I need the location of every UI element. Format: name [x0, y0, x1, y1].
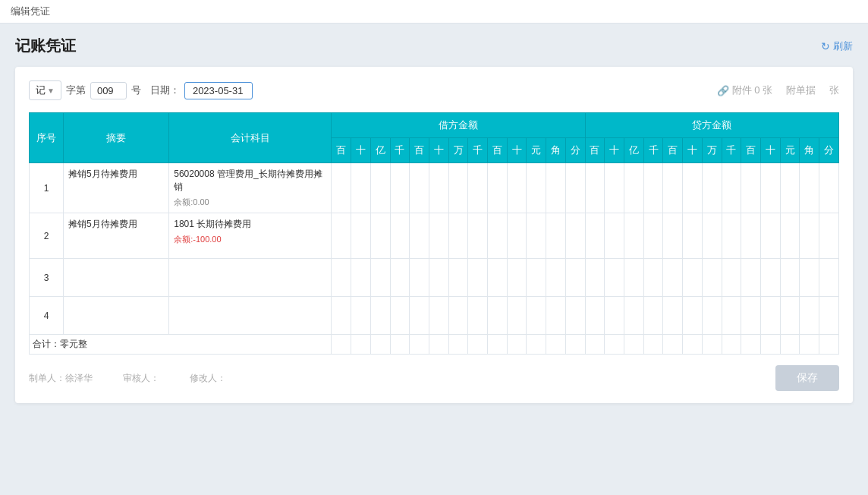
debit-cell[interactable]	[410, 259, 429, 297]
credit-cell[interactable]	[741, 163, 761, 213]
debit-cell[interactable]	[332, 163, 351, 213]
credit-cell[interactable]	[643, 163, 663, 213]
debit-cell[interactable]	[527, 213, 546, 259]
credit-cell[interactable]	[741, 297, 761, 335]
voucher-number-field[interactable]: 009	[90, 82, 127, 99]
debit-cell[interactable]	[429, 297, 448, 335]
credit-cell[interactable]	[760, 163, 780, 213]
credit-cell[interactable]	[683, 297, 703, 335]
refresh-button[interactable]: ↻ 刷新	[821, 39, 853, 53]
debit-cell[interactable]	[468, 297, 488, 335]
debit-cell[interactable]	[565, 259, 585, 297]
debit-cell[interactable]	[390, 213, 410, 259]
debit-cell[interactable]	[448, 297, 468, 335]
credit-cell[interactable]	[760, 297, 780, 335]
debit-cell[interactable]	[351, 213, 371, 259]
debit-cell[interactable]	[468, 259, 488, 297]
debit-cell[interactable]	[546, 259, 566, 297]
credit-cell[interactable]	[605, 213, 624, 259]
credit-cell[interactable]	[760, 213, 780, 259]
credit-cell[interactable]	[585, 297, 605, 335]
credit-cell[interactable]	[643, 297, 663, 335]
debit-cell[interactable]	[410, 163, 429, 213]
credit-cell[interactable]	[702, 259, 722, 297]
debit-cell[interactable]	[429, 213, 448, 259]
credit-cell[interactable]	[819, 297, 839, 335]
debit-cell[interactable]	[565, 297, 585, 335]
voucher-type-select[interactable]: 记 ▼	[29, 80, 61, 100]
date-field[interactable]: 2023-05-31	[184, 82, 253, 99]
credit-cell[interactable]	[800, 259, 819, 297]
debit-cell[interactable]	[565, 213, 585, 259]
credit-cell[interactable]	[780, 259, 800, 297]
debit-cell[interactable]	[370, 259, 390, 297]
credit-cell[interactable]	[624, 297, 644, 335]
debit-cell[interactable]	[370, 163, 390, 213]
debit-cell[interactable]	[488, 259, 508, 297]
debit-cell[interactable]	[332, 297, 351, 335]
credit-cell[interactable]	[722, 259, 741, 297]
debit-cell[interactable]	[390, 259, 410, 297]
credit-cell[interactable]	[780, 163, 800, 213]
credit-cell[interactable]	[741, 213, 761, 259]
debit-cell[interactable]	[507, 297, 527, 335]
credit-cell[interactable]	[605, 163, 624, 213]
credit-cell[interactable]	[643, 213, 663, 259]
debit-cell[interactable]	[332, 213, 351, 259]
debit-cell[interactable]	[488, 213, 508, 259]
credit-cell[interactable]	[585, 259, 605, 297]
credit-cell[interactable]	[780, 213, 800, 259]
credit-cell[interactable]	[663, 259, 683, 297]
debit-cell[interactable]	[390, 163, 410, 213]
credit-cell[interactable]	[800, 163, 819, 213]
debit-cell[interactable]	[546, 163, 566, 213]
row-account[interactable]	[169, 297, 332, 335]
credit-cell[interactable]	[624, 213, 644, 259]
debit-cell[interactable]	[488, 297, 508, 335]
attach-doc-label[interactable]: 附单据	[786, 84, 816, 97]
credit-cell[interactable]	[643, 259, 663, 297]
credit-cell[interactable]	[605, 297, 624, 335]
debit-cell[interactable]	[527, 259, 546, 297]
debit-cell[interactable]	[488, 163, 508, 213]
debit-cell[interactable]	[565, 163, 585, 213]
credit-cell[interactable]	[800, 213, 819, 259]
credit-cell[interactable]	[663, 163, 683, 213]
debit-cell[interactable]	[448, 213, 468, 259]
save-button[interactable]: 保存	[775, 365, 839, 391]
credit-cell[interactable]	[741, 259, 761, 297]
debit-cell[interactable]	[448, 163, 468, 213]
debit-cell[interactable]	[468, 213, 488, 259]
credit-cell[interactable]	[663, 213, 683, 259]
credit-cell[interactable]	[605, 259, 624, 297]
row-account[interactable]	[169, 259, 332, 297]
debit-cell[interactable]	[507, 213, 527, 259]
row-summary[interactable]: 摊销5月待摊费用	[63, 163, 168, 213]
credit-cell[interactable]	[585, 163, 605, 213]
credit-cell[interactable]	[760, 259, 780, 297]
debit-cell[interactable]	[410, 297, 429, 335]
debit-cell[interactable]	[429, 259, 448, 297]
debit-cell[interactable]	[351, 297, 371, 335]
debit-cell[interactable]	[351, 163, 371, 213]
credit-cell[interactable]	[722, 213, 741, 259]
debit-cell[interactable]	[527, 163, 546, 213]
debit-cell[interactable]	[468, 163, 488, 213]
credit-cell[interactable]	[819, 259, 839, 297]
credit-cell[interactable]	[585, 213, 605, 259]
debit-cell[interactable]	[332, 259, 351, 297]
debit-cell[interactable]	[507, 163, 527, 213]
credit-cell[interactable]	[683, 213, 703, 259]
debit-cell[interactable]	[410, 213, 429, 259]
credit-cell[interactable]	[702, 163, 722, 213]
row-summary[interactable]	[63, 297, 168, 335]
credit-cell[interactable]	[683, 259, 703, 297]
row-summary[interactable]: 摊销5月待摊费用	[63, 213, 168, 259]
row-account[interactable]: 1801 长期待摊费用余额:-100.00	[169, 213, 332, 259]
attach-link[interactable]: 🔗 附件 0 张	[717, 84, 772, 97]
row-account[interactable]: 56020008 管理费用_长期待摊费用摊销余额:0.00	[169, 163, 332, 213]
credit-cell[interactable]	[819, 163, 839, 213]
debit-cell[interactable]	[527, 297, 546, 335]
debit-cell[interactable]	[507, 259, 527, 297]
credit-cell[interactable]	[722, 297, 741, 335]
